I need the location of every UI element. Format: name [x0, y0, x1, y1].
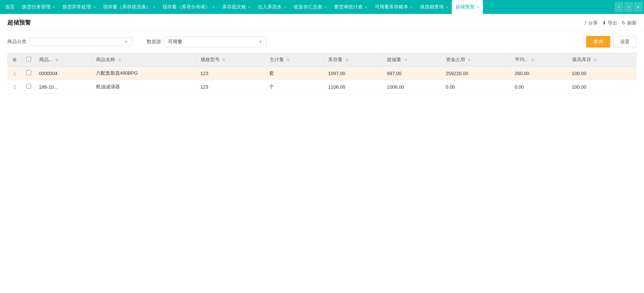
sort-icon-overstock: ⇅ [404, 58, 407, 62]
share-button[interactable]: ⤴ 分享 [584, 20, 598, 26]
row-overstock-1: 1006.00 [383, 80, 442, 94]
th-avg-label: 平均... [515, 57, 528, 62]
category-select[interactable]: ▼ [29, 37, 132, 46]
th-overstock-label: 超储量 [387, 57, 401, 62]
th-product-code-label: 商品... [39, 57, 53, 62]
sort-icon-spec: ⇅ [222, 58, 225, 62]
th-checkbox [22, 53, 35, 67]
datasource-filter-group: 数据源 可用量 ▼ [147, 36, 267, 47]
nav-label-stock-status: 现存量（库存状况表） [103, 4, 151, 10]
query-button[interactable]: 查询 [586, 36, 610, 48]
th-stock[interactable]: 库存量 ⇅ [325, 53, 383, 67]
th-product-code[interactable]: 商品... ⇅ [35, 53, 92, 67]
row-product-code-1: 186-10... [35, 80, 92, 94]
nav-item-available[interactable]: 可用量库存账本 × [371, 0, 416, 14]
row-unit-0: 套 [266, 67, 324, 80]
settings-button[interactable]: 设置 [613, 36, 637, 48]
sort-icon-max-stock: ⇅ [594, 58, 597, 62]
th-capital[interactable]: 资金占用 ⇅ [442, 53, 511, 67]
share-label: 分享 [588, 20, 598, 26]
category-filter-group: 商品分类 ▼ [7, 37, 132, 46]
page-title: 超储预警 [7, 19, 31, 27]
nav-label-available: 可用量库存账本 [375, 4, 408, 10]
row-num-1: 2 [7, 80, 22, 94]
nav-close-button[interactable]: × [634, 2, 643, 12]
data-table: ⚙ 商品... ⇅ 商品名称 ⇅ 规格型号 ⇅ [7, 53, 637, 94]
nav-item-batch[interactable]: 库存批次账 × [219, 0, 254, 14]
sort-icon-stock: ⇅ [345, 58, 348, 62]
row-stock-1: 1106.00 [325, 80, 383, 94]
th-unit-label: 主计量 [270, 57, 284, 62]
row-avg-1: 0.00 [511, 80, 568, 94]
nav-label-expiry: 保质期查询 [420, 4, 444, 10]
filter-actions: 查询 设置 [586, 36, 637, 48]
datasource-select[interactable]: 可用量 ▼ [164, 36, 267, 47]
row-spec-1: 123 [197, 80, 266, 94]
table-header-row: ⚙ 商品... ⇅ 商品名称 ⇅ 规格型号 ⇅ [7, 53, 637, 67]
nav-label-overstock: 超储预警 [455, 4, 475, 10]
th-capital-label: 资金占用 [446, 57, 465, 62]
nav-item-exception[interactable]: 拣货异常处理 × [59, 0, 99, 14]
nav-label-stock-dist: 现存量（库存分布表） [162, 4, 210, 10]
page-content: 超储预警 ⤴ 分享 ⬇ 导出 ↻ 刷新 商品分类 ▼ 数据源 [0, 14, 644, 293]
nav-label-exception: 拣货异常处理 [62, 4, 91, 10]
th-unit[interactable]: 主计量 ⇅ [266, 53, 324, 67]
th-product-name[interactable]: 商品名称 ⇅ [92, 53, 197, 67]
share-icon: ⤴ [584, 20, 587, 26]
th-avg[interactable]: 平均... ⇅ [511, 53, 568, 67]
sort-icon-product-name: ⇅ [118, 58, 121, 62]
nav-close-requisition[interactable]: × [365, 5, 367, 9]
nav-item-home[interactable]: 首页 [1, 0, 18, 14]
row-product-name-1: 机油滤清器 [92, 80, 197, 94]
row-capital-0: 259220.00 [442, 67, 511, 80]
row-select-0[interactable] [26, 70, 31, 75]
nav-item-expiry[interactable]: 保质期查询 × [416, 0, 452, 14]
nav-label-requisition: 要货单统计表 [334, 4, 363, 10]
nav-close-stock-dist[interactable]: × [212, 5, 215, 9]
th-overstock[interactable]: 超储量 ⇅ [383, 53, 442, 67]
nav-prev-button[interactable]: ‹ [615, 2, 623, 12]
top-navigation: 首页 拣货任务管理 × 拣货异常处理 × 现存量（库存状况表） × 现存量（库存… [0, 0, 644, 14]
nav-item-stock-dist[interactable]: 现存量（库存分布表） × [159, 0, 218, 14]
row-max-stock-0: 100.00 [568, 67, 637, 80]
nav-item-stock-status[interactable]: 现存量（库存状况表） × [99, 0, 159, 14]
refresh-label: 刷新 [627, 20, 637, 26]
select-all-checkbox[interactable] [26, 57, 31, 62]
nav-close-overstock[interactable]: × [477, 5, 479, 9]
nav-item-task[interactable]: 拣货任务管理 × [18, 0, 59, 14]
row-avg-0: 260.00 [511, 67, 568, 80]
nav-close-flow[interactable]: × [284, 5, 286, 9]
filter-bar: 商品分类 ▼ 数据源 可用量 ▼ 查询 设置 [0, 31, 644, 53]
nav-item-summary[interactable]: 收发存汇总表 × [290, 0, 330, 14]
nav-next-button[interactable]: › [624, 2, 633, 12]
nav-close-available[interactable]: × [410, 5, 413, 9]
nav-close-task[interactable]: × [53, 5, 55, 9]
row-product-name-0: 六配套新昌490BPG [92, 67, 197, 80]
row-checkbox-1[interactable] [22, 80, 35, 94]
nav-close-stock-status[interactable]: × [153, 5, 155, 9]
sort-icon-unit: ⇅ [286, 58, 289, 62]
nav-close-summary[interactable]: × [325, 5, 327, 9]
th-spec[interactable]: 规格型号 ⇅ [197, 53, 266, 67]
table-row: 2 186-10... 机油滤清器 123 个 1106.00 1006.00 … [7, 80, 637, 94]
export-button[interactable]: ⬇ 导出 [602, 20, 617, 26]
nav-close-expiry[interactable]: × [446, 5, 448, 9]
nav-close-batch[interactable]: × [248, 5, 250, 9]
sort-icon-capital: ⇅ [468, 58, 471, 62]
refresh-button[interactable]: ↻ 刷新 [622, 20, 637, 26]
sort-icon-product-code: ⇅ [55, 58, 58, 62]
sort-icon-avg: ⇅ [531, 58, 534, 62]
row-overstock-0: 997.00 [383, 67, 442, 80]
gear-icon[interactable]: ⚙ [12, 57, 17, 63]
th-max-stock[interactable]: 最高库存 ⇅ [568, 53, 637, 67]
export-icon: ⬇ [602, 20, 606, 26]
row-product-code-0: 0000004 [35, 67, 92, 80]
row-capital-1: 0.00 [442, 80, 511, 94]
nav-item-flow[interactable]: 出入库流水 × [254, 0, 290, 14]
nav-item-overstock[interactable]: 超储预警 × [452, 0, 483, 14]
nav-item-requisition[interactable]: 要货单统计表 × [330, 0, 371, 14]
nav-close-exception[interactable]: × [93, 5, 95, 9]
row-select-1[interactable] [26, 84, 31, 89]
row-stock-0: 1097.00 [325, 67, 383, 80]
row-checkbox-0[interactable] [22, 67, 35, 80]
